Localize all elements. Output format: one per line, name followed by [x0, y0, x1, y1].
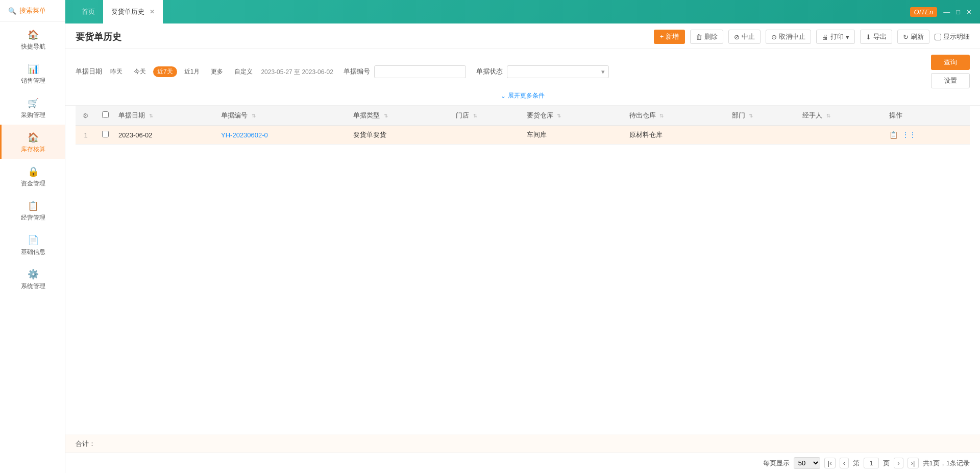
- sidebar-item-system[interactable]: ⚙️ 系统管理: [0, 262, 65, 296]
- search-icon: 🔍: [8, 7, 16, 15]
- sort-icon-store[interactable]: ⇅: [473, 113, 477, 119]
- display-detail-toggle[interactable]: 显示明细: [935, 32, 970, 41]
- col-pending-warehouse-label: 待出仓库: [629, 111, 656, 119]
- shortcut-1month[interactable]: 近1月: [180, 66, 204, 77]
- col-handler-label: 经手人: [802, 111, 822, 119]
- minimize-icon[interactable]: —: [943, 8, 950, 16]
- table-wrapper: ⚙ 单据日期 ⇅ 单据编号 ⇅: [65, 106, 980, 435]
- sidebar-item-label: 销售管理: [21, 77, 45, 85]
- doc-number-input[interactable]: [374, 65, 466, 78]
- row-handler: [798, 126, 885, 145]
- col-date-label: 单据日期: [118, 111, 145, 119]
- expand-more-button[interactable]: ⌄ 展开更多条件: [501, 91, 545, 100]
- row-more-icon[interactable]: ⋮⋮: [902, 131, 916, 139]
- delete-icon: 🗑: [696, 33, 702, 41]
- col-store: 门店 ⇅: [452, 106, 523, 126]
- date-filter: 单据日期 昨天 今天 近7天 近1月 更多 自定义 2023-05-27 至 2…: [76, 66, 333, 77]
- date-range-display: 2023-05-27 至 2023-06-02: [261, 68, 333, 77]
- per-page-select[interactable]: 50 100 200: [794, 457, 820, 469]
- select-all-checkbox[interactable]: [102, 111, 109, 118]
- expand-icon: ⌄: [501, 92, 506, 100]
- first-page-button[interactable]: |‹: [824, 458, 836, 468]
- query-button[interactable]: 查询: [931, 55, 970, 70]
- cancel-stop-label: 取消中止: [779, 32, 805, 41]
- row-department: [728, 126, 799, 145]
- sidebar-item-quick-nav[interactable]: 🏠 快捷导航: [0, 22, 65, 56]
- clipboard-icon: 📋: [28, 200, 39, 211]
- shortcut-custom[interactable]: 自定义: [230, 66, 257, 77]
- filter-row-1: 单据日期 昨天 今天 近7天 近1月 更多 自定义 2023-05-27 至 2…: [76, 55, 970, 88]
- filter-action-buttons: 查询 设置: [931, 55, 970, 88]
- settings-button[interactable]: 设置: [931, 73, 970, 88]
- table-settings-icon[interactable]: ⚙: [83, 112, 89, 120]
- row-doc-number[interactable]: YH-20230602-0: [217, 126, 349, 145]
- shortcut-today[interactable]: 今天: [130, 66, 150, 77]
- maximize-icon[interactable]: □: [956, 8, 960, 16]
- tab-requisition-history[interactable]: 要货单历史 ✕: [103, 0, 163, 23]
- row-checkbox[interactable]: [102, 131, 109, 137]
- last-page-button[interactable]: ›|: [908, 458, 919, 468]
- page-label: 第: [853, 459, 860, 468]
- sidebar-item-sales[interactable]: 📊 销售管理: [0, 56, 65, 90]
- cancel-stop-icon: ⊙: [771, 33, 777, 41]
- sidebar-item-label: 基础信息: [21, 248, 45, 256]
- row-edit-icon[interactable]: 📋: [889, 131, 898, 139]
- row-date: 2023-06-02: [114, 126, 217, 145]
- tab-home[interactable]: 首页: [74, 0, 103, 23]
- refresh-label: 刷新: [911, 32, 924, 41]
- sidebar-item-label: 快捷导航: [21, 42, 45, 51]
- sort-icon-handler[interactable]: ⇅: [826, 113, 830, 119]
- shortcut-more[interactable]: 更多: [207, 66, 227, 77]
- sidebar-item-operations[interactable]: 📋 经营管理: [0, 193, 65, 227]
- topbar-right: OfTEn — □ ✕: [910, 7, 972, 17]
- row-action-cell: 📋 ⋮⋮: [885, 126, 970, 145]
- sort-icon-pending-warehouse[interactable]: ⇅: [659, 113, 664, 119]
- col-doc-number-label: 单据编号: [221, 111, 248, 119]
- per-page-label: 每页显示: [763, 459, 790, 468]
- sidebar-item-label: 库存核算: [21, 145, 45, 154]
- table-body: 1 2023-06-02 YH-20230602-0 要货单要货 车间库 原材料…: [76, 126, 970, 145]
- print-icon: 🖨: [822, 33, 828, 41]
- data-table: ⚙ 单据日期 ⇅ 单据编号 ⇅: [76, 106, 970, 145]
- shortcut-yesterday[interactable]: 昨天: [106, 66, 127, 77]
- close-window-icon[interactable]: ✕: [966, 8, 972, 16]
- add-button[interactable]: + 新增: [654, 30, 685, 44]
- sort-icon-date[interactable]: ⇅: [149, 113, 153, 119]
- sidebar-item-inventory[interactable]: 🏠 库存核算: [0, 125, 65, 159]
- sort-icon-department[interactable]: ⇅: [749, 113, 753, 119]
- print-button[interactable]: 🖨 打印 ▾: [816, 30, 855, 44]
- total-info: 共1页，1条记录: [923, 459, 970, 468]
- cart-icon: 🛒: [28, 98, 39, 109]
- row-num: 1: [76, 126, 96, 145]
- sort-icon-doc-type[interactable]: ⇅: [384, 113, 388, 119]
- lock-icon: 🔒: [28, 166, 39, 177]
- status-select-wrapper: [507, 65, 609, 78]
- sidebar-item-basic[interactable]: 📄 基础信息: [0, 227, 65, 262]
- next-page-button[interactable]: ›: [894, 458, 903, 468]
- col-store-label: 门店: [456, 111, 469, 119]
- tab-close-icon[interactable]: ✕: [150, 8, 155, 15]
- status-select[interactable]: [507, 65, 609, 78]
- sort-icon-doc-number[interactable]: ⇅: [252, 113, 256, 119]
- row-pending-warehouse: 原材料仓库: [625, 126, 728, 145]
- display-detail-checkbox[interactable]: [935, 34, 941, 40]
- gear-icon: ⚙️: [28, 269, 39, 280]
- prev-page-button[interactable]: ‹: [840, 458, 849, 468]
- print-label: 打印: [830, 32, 844, 41]
- sidebar-item-finance[interactable]: 🔒 资金管理: [0, 159, 65, 193]
- brand-label: OfTEn: [910, 7, 938, 17]
- shortcut-7days[interactable]: 近7天: [153, 66, 177, 77]
- col-department: 部门 ⇅: [728, 106, 799, 126]
- cancel-stop-button[interactable]: ⊙ 取消中止: [766, 30, 811, 44]
- sidebar-item-label: 资金管理: [21, 179, 45, 188]
- sidebar-search[interactable]: 🔍 搜索菜单: [0, 0, 65, 22]
- page-suffix: 页: [883, 459, 890, 468]
- refresh-button[interactable]: ↻ 刷新: [897, 30, 929, 44]
- delete-button[interactable]: 🗑 删除: [690, 30, 723, 44]
- home-icon: 🏠: [28, 29, 39, 40]
- sidebar-item-purchase[interactable]: 🛒 采购管理: [0, 90, 65, 125]
- col-doc-number: 单据编号 ⇅: [217, 106, 349, 126]
- export-button[interactable]: ⬇ 导出: [860, 30, 892, 44]
- sort-icon-req-warehouse[interactable]: ⇅: [557, 113, 561, 119]
- stop-button[interactable]: ⊘ 中止: [728, 30, 761, 44]
